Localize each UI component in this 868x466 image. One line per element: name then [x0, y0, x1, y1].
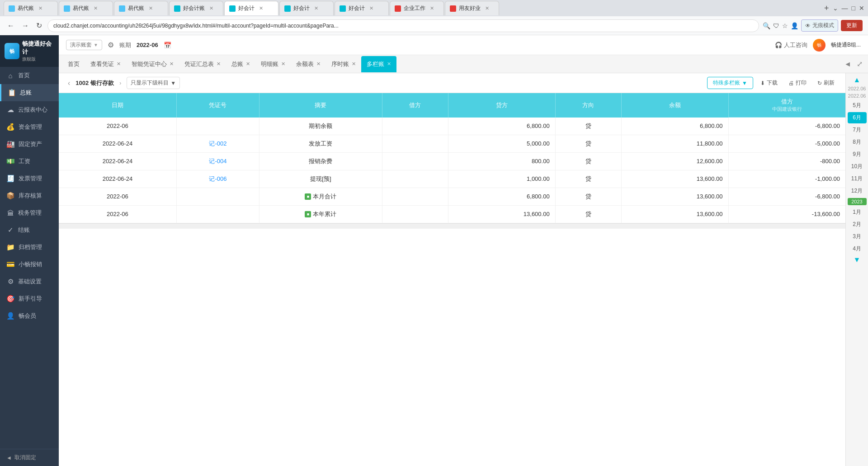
profile-icon[interactable]: 👤 — [791, 22, 798, 29]
sidebar-item-cloud-report[interactable]: ☁ 云报表中心 — [0, 101, 59, 118]
collapse-panel-button[interactable]: ◄ — [842, 58, 853, 70]
cell-voucher[interactable]: 记-004 — [176, 152, 259, 170]
month-up-button[interactable]: ▲ — [853, 75, 862, 85]
nav-tab-close-voucher-summary[interactable]: ✕ — [217, 61, 221, 67]
back-button[interactable]: ← — [5, 20, 16, 32]
browser-tab-9[interactable]: 用友好业 ✕ — [445, 1, 499, 15]
nav-tab-time-ledger[interactable]: 序时账✕ — [326, 56, 361, 72]
sidebar-item-salary[interactable]: 💵 工资 — [0, 153, 59, 170]
nav-tab-close-detail-ledger[interactable]: ✕ — [281, 61, 285, 67]
expand-panel-button[interactable]: ⤢ — [855, 58, 864, 70]
special-multi-button[interactable]: 特殊多栏账 ▼ — [707, 77, 753, 89]
month-item-1月[interactable]: 1月 — [848, 207, 867, 218]
tab-close-button[interactable]: ✕ — [259, 5, 263, 11]
browser-tab-1[interactable]: 易代账 ✕ — [4, 1, 58, 15]
nav-tab-balance-table[interactable]: 余额表✕ — [291, 56, 326, 72]
month-item-2月[interactable]: 2月 — [848, 219, 867, 230]
filter-dropdown[interactable]: 只显示下级科目 ▼ — [127, 77, 180, 89]
month-item-9月[interactable]: 9月 — [848, 149, 867, 160]
month-item-8月[interactable]: 8月 — [848, 137, 867, 148]
maximize-button[interactable]: □ — [852, 5, 855, 12]
browser-tab-6[interactable]: 好会计 ✕ — [279, 1, 334, 15]
tab-list-button[interactable]: ⌄ — [833, 5, 838, 12]
settings-button[interactable]: ⚙ — [108, 41, 114, 49]
minimize-button[interactable]: — — [842, 5, 848, 12]
tab-close-button[interactable]: ✕ — [209, 5, 213, 11]
sidebar-item-member[interactable]: 👤 畅会员 — [0, 307, 59, 325]
update-button[interactable]: 更新 — [841, 20, 863, 31]
demo-badge[interactable]: 演示账套 ▼ — [66, 40, 102, 50]
prev-account-button[interactable]: ‹ — [66, 78, 72, 88]
calendar-button[interactable]: 📅 — [164, 42, 171, 49]
new-tab-button[interactable]: + — [824, 4, 829, 13]
user-avatar[interactable]: 畅 — [813, 39, 826, 52]
tab-close-button[interactable]: ✕ — [38, 5, 42, 11]
sidebar-item-invoice[interactable]: 🧾 发票管理 — [0, 170, 59, 187]
nav-tab-detail-ledger[interactable]: 明细账✕ — [255, 56, 291, 72]
tab-close-button[interactable]: ✕ — [485, 5, 489, 11]
next-account-button[interactable]: › — [118, 79, 123, 87]
tab-close-button[interactable]: ✕ — [149, 5, 153, 11]
browser-tab-4[interactable]: 好会计账 ✕ — [169, 1, 223, 15]
month-item-12月[interactable]: 12月 — [848, 185, 867, 197]
sidebar-item-general-ledger[interactable]: 📋 总账 — [0, 84, 59, 101]
tab-close-button[interactable]: ✕ — [430, 5, 434, 11]
nav-tab-smart-voucher[interactable]: 智能凭证中心✕ — [126, 56, 179, 72]
close-browser-button[interactable]: ✕ — [859, 5, 864, 12]
cell-voucher[interactable]: 记-006 — [176, 170, 259, 188]
nav-tab-close-multi-column[interactable]: ✕ — [387, 61, 391, 67]
nav-tab-view-voucher[interactable]: 查看凭证✕ — [85, 56, 126, 72]
refresh-icon: ↻ — [817, 80, 822, 86]
demo-dropdown-arrow[interactable]: ▼ — [94, 42, 98, 47]
tab-close-button[interactable]: ✕ — [94, 5, 98, 11]
sidebar-item-fixed-assets[interactable]: 🏭 固定资产 — [0, 136, 59, 153]
month-item-7月[interactable]: 7月 — [848, 124, 867, 136]
cell-voucher[interactable]: 记-002 — [176, 135, 259, 152]
sidebar-item-close[interactable]: ✓ 结账 — [0, 221, 59, 239]
sidebar-item-fund[interactable]: 💰 资金管理 — [0, 118, 59, 136]
month-item-11月[interactable]: 11月 — [848, 173, 867, 184]
nav-tab-close-time-ledger[interactable]: ✕ — [352, 61, 356, 67]
nav-tab-close-balance-table[interactable]: ✕ — [316, 61, 321, 67]
sidebar-item-inventory[interactable]: 📦 库存核算 — [0, 187, 59, 204]
tab-actions[interactable]: + ⌄ — □ ✕ — [824, 4, 864, 13]
browser-tab-7[interactable]: 好会计 ✕ — [335, 1, 389, 15]
forward-button[interactable]: → — [20, 20, 31, 32]
print-button[interactable]: 🖨 打印 — [785, 77, 810, 89]
tab-close-button[interactable]: ✕ — [314, 5, 318, 11]
nav-tab-home[interactable]: 首页 — [62, 56, 85, 72]
sidebar-item-settings[interactable]: ⚙ 基础设置 — [0, 273, 59, 290]
browser-tab-2[interactable]: 易代账 ✕ — [59, 1, 113, 15]
star-icon[interactable]: ☆ — [782, 22, 788, 29]
address-input[interactable] — [47, 19, 759, 32]
download-button[interactable]: ⬇ 下载 — [757, 77, 781, 89]
no-trace-button[interactable]: 👁 无痕模式 — [801, 19, 838, 32]
sidebar-item-guide[interactable]: 🎯 新手引导 — [0, 290, 59, 307]
consult-button[interactable]: 🎧 人工咨询 — [775, 41, 807, 49]
month-down-button[interactable]: ▼ — [853, 255, 862, 265]
browser-tab-3[interactable]: 易代账 ✕ — [114, 1, 168, 15]
reload-button[interactable]: ↻ — [34, 19, 44, 32]
refresh-button[interactable]: ↻ 刷新 — [814, 77, 838, 89]
nav-tab-multi-column[interactable]: 多栏账✕ — [361, 56, 396, 72]
browser-tab-5[interactable]: 好会计 ✕ — [224, 1, 278, 15]
browser-tab-8[interactable]: 企业工作 ✕ — [390, 1, 444, 15]
search-icon[interactable]: 🔍 — [763, 22, 770, 29]
bottom-scrollbar[interactable] — [59, 223, 845, 229]
unpin-button[interactable]: ◄ 取消固定 — [0, 449, 59, 466]
nav-tab-close-smart-voucher[interactable]: ✕ — [170, 61, 174, 67]
nav-tab-voucher-summary[interactable]: 凭证汇总表✕ — [179, 56, 226, 72]
month-item-10月[interactable]: 10月 — [848, 161, 867, 172]
sidebar-item-home[interactable]: ⌂ 首页 — [0, 67, 59, 84]
tab-close-button[interactable]: ✕ — [369, 5, 373, 11]
month-item-6月[interactable]: 6月 — [848, 112, 867, 123]
nav-tab-close-view-voucher[interactable]: ✕ — [117, 61, 121, 67]
sidebar-item-expense[interactable]: 💳 小畅报销 — [0, 256, 59, 273]
sidebar-item-tax[interactable]: 🏛 税务管理 — [0, 204, 59, 221]
sidebar-item-archive[interactable]: 📁 归档管理 — [0, 239, 59, 256]
month-item-4月[interactable]: 4月 — [848, 243, 867, 254]
nav-tab-close-general-ledger[interactable]: ✕ — [246, 61, 250, 67]
month-item-5月[interactable]: 5月 — [848, 100, 867, 111]
nav-tab-general-ledger[interactable]: 总账✕ — [226, 56, 255, 72]
month-item-3月[interactable]: 3月 — [848, 231, 867, 242]
